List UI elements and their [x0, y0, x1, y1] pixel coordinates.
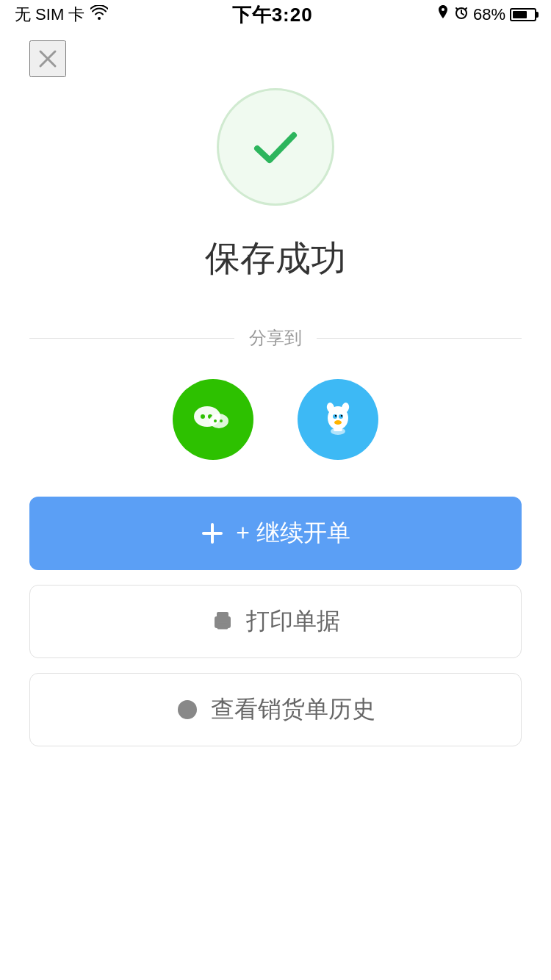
print-button[interactable]: 打印单据: [29, 585, 522, 658]
svg-rect-20: [334, 428, 342, 431]
svg-point-16: [334, 420, 342, 425]
history-button[interactable]: 查看销货单历史: [29, 673, 522, 746]
svg-rect-25: [217, 613, 228, 619]
status-bar: 无 SIM 卡 下午3:20 68%: [0, 0, 551, 29]
svg-point-13: [339, 414, 343, 419]
main-content: 保存成功 分享到: [0, 29, 551, 746]
close-button[interactable]: [29, 40, 66, 77]
svg-rect-24: [217, 623, 228, 629]
history-label: 查看销货单历史: [211, 693, 375, 726]
wechat-icon: [191, 397, 235, 442]
qq-share-button[interactable]: [298, 379, 378, 460]
alarm-icon: [454, 5, 469, 24]
wifi-icon: [90, 5, 108, 24]
svg-point-12: [333, 414, 337, 419]
share-section: 分享到: [0, 326, 551, 460]
history-icon: [176, 698, 199, 721]
continue-label: + 继续开单: [236, 517, 350, 550]
location-icon: [436, 5, 450, 24]
share-label: 分享到: [249, 326, 302, 350]
status-left: 无 SIM 卡: [15, 4, 108, 26]
success-title: 保存成功: [205, 235, 346, 282]
svg-point-26: [226, 619, 229, 622]
success-circle: [217, 88, 334, 206]
share-icons: [29, 379, 522, 460]
wechat-share-button[interactable]: [173, 379, 253, 460]
svg-point-7: [214, 419, 217, 422]
battery-icon: [510, 8, 536, 21]
qq-icon: [316, 397, 360, 442]
svg-point-8: [220, 419, 223, 422]
svg-point-15: [341, 415, 342, 417]
continue-button[interactable]: + 继续开单: [29, 497, 522, 570]
checkmark-icon: [246, 118, 305, 176]
share-divider: 分享到: [29, 326, 522, 350]
svg-point-4: [201, 414, 205, 419]
status-right: 68%: [436, 5, 536, 24]
actions-section: + 继续开单 打印单据 查看销货单历史: [0, 497, 551, 746]
plus-icon: [201, 522, 224, 545]
battery-percentage: 68%: [473, 5, 505, 24]
svg-point-14: [335, 415, 336, 417]
no-sim-text: 无 SIM 卡: [15, 4, 84, 26]
print-icon: [211, 610, 234, 633]
svg-point-6: [209, 414, 228, 428]
status-time: 下午3:20: [232, 2, 313, 28]
print-label: 打印单据: [246, 605, 340, 638]
